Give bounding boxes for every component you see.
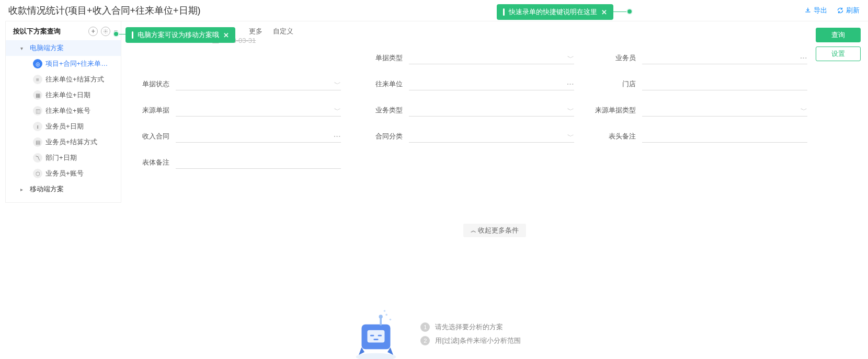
field-doc-type: 单据类型 ﹀ <box>362 52 574 64</box>
header-actions: 导出 刷新 <box>804 6 860 15</box>
date-range-struck: 2023-03-01 至 2023-03-31 <box>176 36 807 45</box>
export-button[interactable]: 导出 <box>804 6 827 15</box>
more-icon: ··· <box>800 54 807 62</box>
biz-type-select[interactable]: ﹀ <box>409 104 574 117</box>
cube-icon: ⬡ <box>33 169 42 178</box>
svg-point-12 <box>384 310 386 312</box>
svg-rect-5 <box>370 335 374 337</box>
field-contract-category: 合同分类 ﹀ <box>362 130 574 143</box>
field-body-remark: 表体备注 <box>129 156 341 169</box>
empty-robot-illustration <box>347 305 405 359</box>
sidebar-item-sales-settlement[interactable]: ▤ 业务员+结算方式 <box>6 134 121 150</box>
field-header-remark: 表头备注 <box>595 130 807 143</box>
caret-down-icon: ▾ <box>20 45 27 51</box>
tip-mobile-plan: 电脑方案可设为移动方案哦 ✕ <box>125 27 235 43</box>
header-remark-input[interactable] <box>642 130 807 143</box>
grid-icon: ▦ <box>33 90 42 100</box>
tip-mobile-plan-dot <box>113 31 119 37</box>
sidebar-item-dept-date[interactable]: 〽 部门+日期 <box>6 150 121 166</box>
sidebar-item-sales-date[interactable]: ⫾ 业务员+日期 <box>6 119 121 134</box>
export-icon <box>804 7 812 14</box>
double-chevron-up-icon: ︽ <box>471 227 475 234</box>
chevron-down-icon: ﹀ <box>334 106 341 115</box>
trend-icon: 〽 <box>33 153 42 163</box>
svg-point-9 <box>379 315 383 318</box>
tip-accent-bar <box>503 8 505 16</box>
svg-rect-7 <box>374 339 379 340</box>
store-input[interactable] <box>642 78 807 90</box>
svg-rect-8 <box>380 318 382 326</box>
filter-area: 更多 自定义 2023-03-01 至 2023-03-31 单据类型 ﹀ 业务… <box>129 27 807 169</box>
salesperson-lookup[interactable]: ··· <box>642 52 807 64</box>
sidebar-title: 按以下方案查询 <box>13 27 61 36</box>
tip-quick-entry-dot <box>626 8 633 15</box>
tree-group-desktop[interactable]: ▾ 电脑端方案 <box>6 40 121 56</box>
svg-point-11 <box>390 319 392 321</box>
action-buttons: 查询 设置 <box>816 27 861 61</box>
svg-point-0 <box>105 31 107 32</box>
gear-icon[interactable] <box>101 27 110 36</box>
refresh-icon <box>837 7 844 14</box>
add-plan-button[interactable]: + <box>88 27 98 36</box>
sidebar-item-partner-settlement[interactable]: ≡ 往来单位+结算方式 <box>6 72 121 87</box>
chevron-down-icon: ﹀ <box>567 53 574 63</box>
tip-accent-bar <box>132 31 133 39</box>
svg-rect-6 <box>378 335 382 337</box>
empty-step-2: 2 用[过滤]条件来缩小分析范围 <box>420 336 520 345</box>
body-remark-input[interactable] <box>176 156 341 169</box>
chart-icon: ⫾ <box>33 122 42 131</box>
field-biz-type: 业务类型 ﹀ <box>362 104 574 117</box>
source-doc-type-select[interactable]: ﹀ <box>642 104 807 117</box>
doc-type-select[interactable]: ﹀ <box>409 52 574 64</box>
collapse-filters-button[interactable]: ︽ 收起更多条件 <box>463 224 526 237</box>
svg-point-1 <box>356 353 396 359</box>
chevron-down-icon: ﹀ <box>334 79 341 89</box>
collapse-bar: ︽ 收起更多条件 <box>121 224 868 237</box>
chevron-down-icon: ﹀ <box>567 132 574 141</box>
doc-status-select[interactable]: ﹀ <box>176 78 341 90</box>
field-partner: 往来单位 ··· <box>362 78 574 90</box>
more-icon: ··· <box>334 132 341 140</box>
step-number-badge: 1 <box>420 322 430 332</box>
main-panel: 更多 自定义 2023-03-01 至 2023-03-31 单据类型 ﹀ 业务… <box>121 21 868 203</box>
sidebar-item-partner-account[interactable]: ◫ 往来单位+账号 <box>6 103 121 119</box>
sidebar-item-partner-date[interactable]: ▦ 往来单位+日期 <box>6 87 121 103</box>
source-doc-select[interactable]: ﹀ <box>176 104 341 117</box>
sidebar-header: 按以下方案查询 + « <box>6 27 121 40</box>
contract-category-select[interactable]: ﹀ <box>409 130 574 143</box>
income-contract-lookup[interactable]: ··· <box>176 130 341 143</box>
tree-group-mobile[interactable]: ▸ 移动端方案 <box>6 181 121 197</box>
sidebar-item-sales-account[interactable]: ⬡ 业务员+账号 <box>6 166 121 181</box>
tip-quick-entry-connector <box>612 11 627 12</box>
empty-state: 1 请先选择要分析的方案 2 用[过滤]条件来缩小分析范围 <box>0 237 868 359</box>
svg-point-10 <box>386 314 388 316</box>
sidebar: 按以下方案查询 + « ▾ 电脑端方案 ◎ 项目+合同+往来单位... ≡ 往来… <box>5 21 121 203</box>
query-button[interactable]: 查询 <box>816 28 861 42</box>
page-header: 收款情况统计(项目+收入合同+往来单位+日期) 导出 刷新 <box>0 0 868 21</box>
settings-button[interactable]: 设置 <box>816 47 861 61</box>
empty-step-1: 1 请先选择要分析的方案 <box>420 322 520 332</box>
partner-lookup[interactable]: ··· <box>409 78 574 90</box>
tab-more[interactable]: 更多 <box>249 27 262 36</box>
field-doc-status: 单据状态 ﹀ <box>129 78 341 90</box>
svg-rect-4 <box>368 330 385 343</box>
refresh-button[interactable]: 刷新 <box>837 6 860 15</box>
bars-icon: ≡ <box>33 75 42 84</box>
layout-icon: ▤ <box>33 137 42 147</box>
wallet-icon: ◫ <box>33 106 42 115</box>
close-icon[interactable]: ✕ <box>601 8 607 16</box>
tab-custom[interactable]: 自定义 <box>273 27 293 36</box>
field-salesperson: 业务员 ··· <box>595 52 807 64</box>
target-icon: ◎ <box>33 59 42 68</box>
field-source-doc: 来源单据 ﹀ <box>129 104 341 117</box>
more-icon: ··· <box>567 80 574 88</box>
page-title: 收款情况统计(项目+收入合同+往来单位+日期) <box>8 4 201 17</box>
step-number-badge: 2 <box>420 336 430 345</box>
chevron-down-icon: ﹀ <box>567 106 574 115</box>
field-source-doc-type: 来源单据类型 ﹀ <box>595 104 807 117</box>
field-income-contract: 收入合同 ··· <box>129 130 341 143</box>
sidebar-item-project-contract[interactable]: ◎ 项目+合同+往来单位... <box>6 56 121 72</box>
close-icon[interactable]: ✕ <box>223 31 229 39</box>
tip-mobile-plan-connector <box>119 34 125 34</box>
chevron-down-icon: ﹀ <box>801 106 807 115</box>
